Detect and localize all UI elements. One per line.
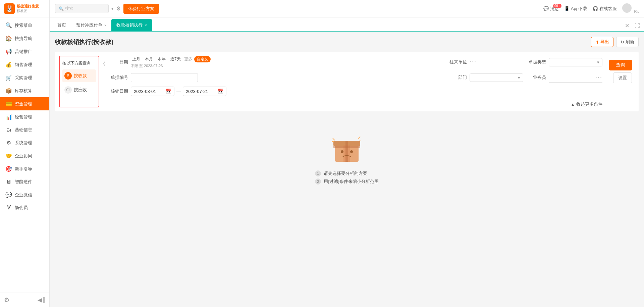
basic-icon: 🗂 xyxy=(5,127,12,133)
svg-point-6 xyxy=(350,150,353,153)
hardware-icon: 🖥 xyxy=(5,179,12,185)
receivable-option-icon: ⏱ xyxy=(64,86,72,94)
operations-icon: 📊 xyxy=(5,114,12,120)
filter-sidebar-title: 按以下方案查询 xyxy=(62,60,96,66)
writeoff-date-range: 2023-03-01 📅 — 2023-07-21 📅 xyxy=(131,87,226,96)
filter-row-3: 核销日期 2023-03-01 📅 — 2023-07-21 📅 xyxy=(111,87,602,96)
dept-group: 部门 ▾ xyxy=(449,73,523,82)
settings-footer-icon[interactable]: ⚙ xyxy=(4,296,9,304)
start-cal-icon: 📅 xyxy=(166,89,171,94)
date-group: 日期 上月 本月 本年 近7天 更多 自定义 不限 至 xyxy=(111,56,211,68)
inventory-icon: 📦 xyxy=(5,88,12,94)
staff-dots[interactable]: ··· xyxy=(595,74,602,81)
writeoff-start-date[interactable]: 2023-03-01 📅 xyxy=(131,87,174,96)
tab-home[interactable]: 首页 xyxy=(52,19,71,31)
topbar-gear-icon[interactable]: ⚙ xyxy=(116,5,121,12)
collapse-sidebar-btn[interactable]: ◀‖ xyxy=(38,296,45,304)
tab-writeoff[interactable]: 收款核销执行 × xyxy=(111,19,152,31)
message-btn[interactable]: 💬 消息 99+ xyxy=(543,6,559,12)
filter-row-2: 单据编号 部门 ▾ xyxy=(111,72,602,83)
sidebar-item-search[interactable]: 🔍 搜索菜单 xyxy=(0,19,49,32)
date-last-month[interactable]: 上月 xyxy=(131,56,142,63)
bill-no-input[interactable] xyxy=(131,73,198,82)
query-btn[interactable]: 查询 xyxy=(609,60,632,70)
date-more[interactable]: 更多 xyxy=(184,56,192,62)
refresh-icon: ↻ xyxy=(621,40,624,45)
partner-group: 往来单位 ··· xyxy=(449,58,523,66)
refresh-btn[interactable]: ↻ 刷新 xyxy=(616,37,639,47)
date-unlimited: 不限 至 2023-07-26 xyxy=(131,63,211,68)
member-icon: V xyxy=(5,205,12,211)
avatar xyxy=(622,3,632,13)
filter-option-receipt[interactable]: $ 按收款 xyxy=(62,69,96,82)
sidebar-item-wechat[interactable]: 💬 企业微信 xyxy=(0,188,49,201)
marketing-icon: 📢 xyxy=(5,48,12,55)
svg-line-7 xyxy=(333,138,335,140)
online-service-btn[interactable]: 🎧 在线客服 xyxy=(593,6,617,12)
bill-type-dropdown-icon: ▾ xyxy=(597,60,599,65)
sidebar-item-guide[interactable]: 🎯 新手引导 xyxy=(0,162,49,175)
sidebar-item-marketing[interactable]: 📢 营销推广 xyxy=(0,45,49,58)
topbar-right: 💬 消息 99+ 📱 App下载 🎧 在线客服 Rit xyxy=(543,3,639,14)
sidebar-item-system[interactable]: ⚙ 系统管理 xyxy=(0,136,49,149)
sidebar-item-quicknav[interactable]: 🏠 快捷导航 xyxy=(0,32,49,45)
topbar-dropdown-arrow[interactable]: ▾ xyxy=(111,6,113,11)
content-area: 收款核销执行(按收款) ⬆ 导出 ↻ 刷新 按以下方案查询 xyxy=(50,32,644,307)
dept-select[interactable]: ▾ xyxy=(470,73,523,82)
bill-type-group: 单据类型 ▾ xyxy=(529,58,602,66)
tabs-bar: 首页 预付冲应付单 × 收款核销执行 × ✕ ⛶ xyxy=(50,17,644,32)
message-icon: 💬 xyxy=(543,6,549,11)
tab-prepay[interactable]: 预付冲应付单 × xyxy=(71,19,111,31)
date-7days[interactable]: 近7天 xyxy=(169,56,182,63)
page-container: 收款核销执行(按收款) ⬆ 导出 ↻ 刷新 按以下方案查询 xyxy=(50,32,644,203)
app-logo: 🐰 畅捷通好生意 标准版 xyxy=(0,0,49,17)
topbar-search-box[interactable]: 🔍 搜索 xyxy=(55,4,109,13)
sidebar: 🐰 畅捷通好生意 标准版 🔍 搜索菜单 🏠 快捷导航 📢 营销推广 💰 销售管理… xyxy=(0,0,50,307)
logo-text: 畅捷通好生意 标准版 xyxy=(17,4,39,13)
guide-icon: 🎯 xyxy=(5,166,12,172)
date-this-year[interactable]: 本年 xyxy=(156,56,167,63)
topbar: 🔍 搜索 ▾ ⚙ 休验行业方案 💬 消息 99+ 📱 App下载 🎧 在线客服 xyxy=(50,0,644,17)
sidebar-item-hardware[interactable]: 🖥 智能硬件 xyxy=(0,175,49,188)
receipt-option-icon: $ xyxy=(64,72,72,80)
industry-solution-btn[interactable]: 休验行业方案 xyxy=(123,4,159,14)
bill-type-select[interactable]: ▾ xyxy=(549,58,602,66)
app-download-btn[interactable]: 📱 App下载 xyxy=(564,6,587,12)
sidebar-menu: 🔍 搜索菜单 🏠 快捷导航 📢 营销推广 💰 销售管理 🛒 采购管理 📦 库存核… xyxy=(0,17,49,293)
sidebar-item-corp[interactable]: 🤝 企业协同 xyxy=(0,149,49,162)
main-area: 🔍 搜索 ▾ ⚙ 休验行业方案 💬 消息 99+ 📱 App下载 🎧 在线客服 xyxy=(50,0,644,307)
date-this-month[interactable]: 本月 xyxy=(144,56,154,63)
empty-hint-2: 2 用[过滤]条件来缩小分析范围 xyxy=(315,178,378,185)
partner-dots[interactable]: ··· xyxy=(470,58,477,65)
tab-writeoff-close[interactable]: × xyxy=(145,23,147,27)
tab-close-all-btn[interactable]: ✕ xyxy=(624,22,631,30)
bill-no-group: 单据编号 xyxy=(111,73,198,82)
sidebar-item-member[interactable]: V 畅会员 xyxy=(0,201,49,214)
filter-option-receivable[interactable]: ⏱ 按应收 xyxy=(62,84,96,96)
system-icon: ⚙ xyxy=(5,140,12,146)
sidebar-item-basic[interactable]: 🗂 基础信息 xyxy=(0,123,49,136)
empty-svg xyxy=(330,132,364,165)
filter-settings-btn[interactable]: 设置 xyxy=(613,72,632,83)
page-title-bar: 收款核销执行(按收款) ⬆ 导出 ↻ 刷新 xyxy=(55,37,639,47)
sidebar-item-purchase[interactable]: 🛒 采购管理 xyxy=(0,71,49,84)
home-icon: 🏠 xyxy=(5,35,12,42)
export-btn[interactable]: ⬆ 导出 xyxy=(591,37,613,47)
tabs-controls: ✕ ⛶ xyxy=(624,22,641,31)
user-profile[interactable]: Rit xyxy=(622,3,639,14)
sidebar-item-inventory[interactable]: 📦 库存核算 xyxy=(0,84,49,97)
collapse-more-btn[interactable]: ▲ 收起更多条件 xyxy=(571,101,602,107)
sidebar-item-operations[interactable]: 📊 经营管理 xyxy=(0,110,49,123)
tab-expand-btn[interactable]: ⛶ xyxy=(633,22,641,30)
search-box-icon: 🔍 xyxy=(59,6,64,11)
date-custom[interactable]: 自定义 xyxy=(194,56,211,62)
sidebar-item-finance[interactable]: 💳 资金管理 xyxy=(0,97,49,110)
writeoff-date-group: 核销日期 2023-03-01 📅 — 2023-07-21 📅 xyxy=(111,87,226,96)
filter-sidebar: 按以下方案查询 $ 按收款 ⏱ 按应收 xyxy=(59,56,99,107)
filter-panel: 按以下方案查询 $ 按收款 ⏱ 按应收 《 xyxy=(55,52,639,111)
writeoff-end-date[interactable]: 2023-07-21 📅 xyxy=(183,87,226,96)
tab-prepay-close[interactable]: × xyxy=(104,23,106,27)
sidebar-item-sales[interactable]: 💰 销售管理 xyxy=(0,58,49,71)
filter-collapse-btn[interactable]: 《 xyxy=(99,56,107,107)
export-icon: ⬆ xyxy=(595,40,599,45)
